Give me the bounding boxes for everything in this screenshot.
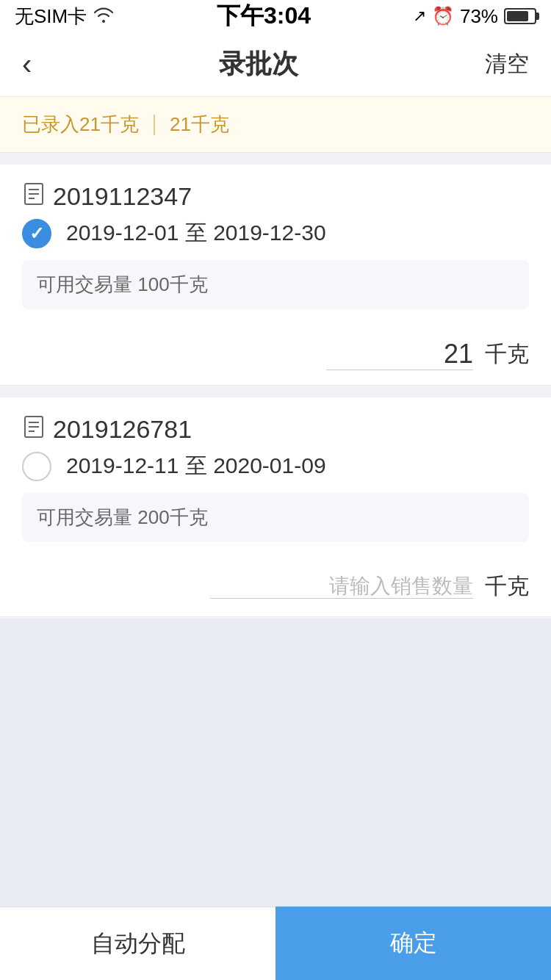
- batch-card-1: 2019112347 2019-12-01 至 2019-12-30 可用交易量…: [0, 165, 551, 386]
- auto-distribute-button[interactable]: 自动分配: [0, 907, 276, 980]
- batch-2-unit: 千克: [485, 572, 529, 602]
- recorded-amount-value: 21千克: [170, 112, 229, 137]
- recorded-amount-label: 已录入21千克: [22, 112, 139, 137]
- page-title: 录批次: [219, 46, 298, 82]
- batch-1-available-text: 可用交易量 100千克: [37, 273, 208, 295]
- batch-1-available: 可用交易量 100千克: [22, 260, 529, 309]
- location-icon: ↗: [413, 7, 426, 26]
- status-right: ↗ ⏰ 73%: [413, 5, 536, 28]
- batch-2-header: 2019126781: [0, 397, 551, 451]
- batch-1-quantity-value: 21: [444, 339, 473, 369]
- batch-2-date: 2019-12-11 至 2020-01-09: [66, 451, 326, 481]
- batch-2-available: 可用交易量 200千克: [22, 493, 529, 542]
- batch-2-quantity-input[interactable]: [210, 574, 473, 599]
- batch-1-unit: 千克: [485, 339, 529, 370]
- batch-2-input-row[interactable]: 千克: [0, 557, 551, 617]
- batch-card-2: 2019126781 2019-12-11 至 2020-01-09 可用交易量…: [0, 397, 551, 617]
- batch-2-id: 2019126781: [53, 415, 192, 444]
- batch-1-icon: [22, 182, 46, 211]
- nav-bar: ‹ 录批次 清空: [0, 32, 551, 97]
- banner-divider: [154, 115, 155, 135]
- batch-1-date: 2019-12-01 至 2019-12-30: [66, 218, 326, 248]
- status-time: 下午3:04: [217, 0, 311, 32]
- battery-percent: 73%: [460, 5, 498, 28]
- batch-2-radio[interactable]: [22, 452, 51, 481]
- alarm-icon: ⏰: [432, 6, 454, 26]
- batch-1-quantity-row: 21 千克: [0, 324, 551, 386]
- sim-status: 无SIM卡: [15, 4, 87, 29]
- clear-button[interactable]: 清空: [485, 49, 529, 79]
- main-content: 已录入21千克 21千克 2019112347 2019-12-01 至 201…: [0, 97, 551, 907]
- batch-1-date-row[interactable]: 2019-12-01 至 2019-12-30: [0, 218, 551, 260]
- wifi-icon: [93, 5, 115, 28]
- batch-2-date-row[interactable]: 2019-12-11 至 2020-01-09: [0, 451, 551, 493]
- batch-2-icon: [22, 415, 46, 444]
- batch-1-header: 2019112347: [0, 165, 551, 218]
- batch-1-radio[interactable]: [22, 219, 51, 248]
- confirm-button[interactable]: 确定: [276, 907, 551, 980]
- batch-1-id: 2019112347: [53, 182, 192, 211]
- back-button[interactable]: ‹: [22, 48, 32, 81]
- battery-icon: [504, 8, 536, 24]
- status-bar: 无SIM卡 下午3:04 ↗ ⏰ 73%: [0, 0, 551, 32]
- batch-2-available-text: 可用交易量 200千克: [37, 506, 208, 528]
- batch-1-quantity-input: 21: [326, 339, 473, 370]
- status-left: 无SIM卡: [15, 4, 115, 29]
- gray-filler: [0, 619, 551, 907]
- info-banner: 已录入21千克 21千克: [0, 97, 551, 153]
- bottom-bar: 自动分配 确定: [0, 907, 551, 980]
